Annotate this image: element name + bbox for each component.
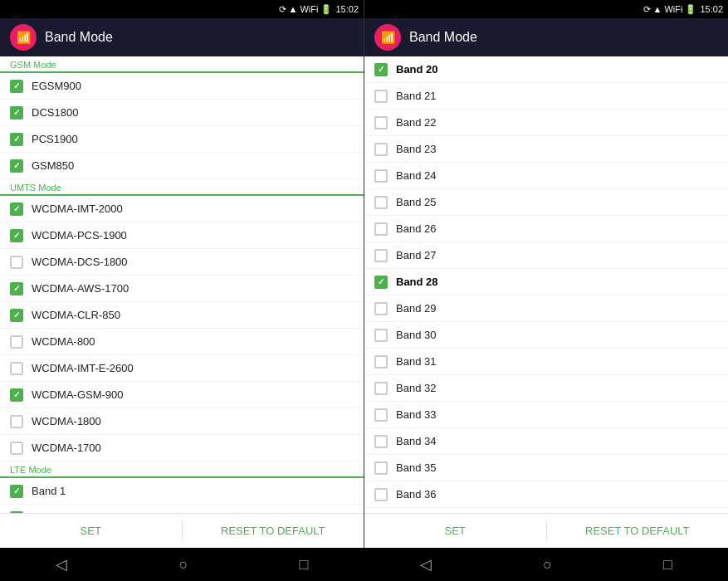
checkbox[interactable] <box>374 90 388 103</box>
list-item[interactable]: Band 21 <box>364 83 728 110</box>
checkbox[interactable] <box>10 159 23 173</box>
list-item[interactable]: WCDMA-800 <box>0 329 364 355</box>
checkbox[interactable] <box>374 196 388 209</box>
item-label: WCDMA-PCS-1900 <box>32 229 127 242</box>
list-item[interactable]: EGSM900 <box>0 73 364 100</box>
right-set-button[interactable]: SET <box>364 514 546 548</box>
left-set-button[interactable]: SET <box>0 514 182 548</box>
list-item[interactable]: Band 32 <box>364 375 728 402</box>
list-item[interactable]: Band 26 <box>364 216 728 242</box>
item-label: WCDMA-DCS-1800 <box>32 256 128 268</box>
checkbox[interactable] <box>10 388 23 402</box>
list-item[interactable]: Band 22 <box>364 110 728 136</box>
back-icon-right[interactable]: ◁ <box>420 555 432 574</box>
checkbox[interactable] <box>10 282 23 295</box>
checkbox[interactable] <box>374 143 388 156</box>
list-item[interactable]: WCDMA-AWS-1700 <box>0 276 364 302</box>
checkbox[interactable] <box>374 63 388 76</box>
checkbox[interactable] <box>374 329 388 342</box>
item-label: WCDMA-CLR-850 <box>32 309 120 321</box>
list-item[interactable]: Band 27 <box>364 242 728 269</box>
list-item[interactable]: Band 1 <box>0 478 364 505</box>
home-icon[interactable]: ○ <box>178 556 188 574</box>
list-item[interactable]: Band 35 <box>364 455 728 481</box>
checkbox[interactable] <box>374 408 388 422</box>
left-bottom-bar: SET Reset to default <box>0 513 364 548</box>
list-item[interactable]: Band 2 <box>0 505 364 513</box>
home-icon-right[interactable]: ○ <box>543 556 552 574</box>
checkbox[interactable] <box>10 362 23 375</box>
right-title-bar: 📶 Band Mode <box>364 18 728 56</box>
list-item[interactable]: Band 34 <box>364 428 728 455</box>
list-item[interactable]: WCDMA-PCS-1900 <box>0 222 364 249</box>
checkbox[interactable] <box>10 229 23 242</box>
list-item[interactable]: WCDMA-CLR-850 <box>0 302 364 329</box>
list-item[interactable]: WCDMA-DCS-1800 <box>0 249 364 276</box>
checkbox[interactable] <box>374 488 388 501</box>
list-item[interactable]: DCS1800 <box>0 100 364 126</box>
left-content[interactable]: GSM ModeEGSM900DCS1800PCS1900GSM850UMTS … <box>0 56 364 513</box>
list-item[interactable]: Band 33 <box>364 402 728 428</box>
left-status-icons: ⟳ ▲ WiFi 🔋 <box>279 4 333 15</box>
list-item[interactable]: Band 36 <box>364 481 728 508</box>
list-item[interactable]: Band 28 <box>364 269 728 295</box>
checkbox[interactable] <box>374 302 388 315</box>
checkbox[interactable] <box>374 116 388 129</box>
list-item[interactable]: Band 31 <box>364 349 728 375</box>
checkbox[interactable] <box>10 335 23 349</box>
list-item[interactable]: WCDMA-1700 <box>0 435 364 461</box>
list-item[interactable]: WCDMA-IMT-E-2600 <box>0 355 364 382</box>
item-label: GSM850 <box>32 159 74 172</box>
list-item[interactable]: Band 20 <box>364 56 728 83</box>
checkbox[interactable] <box>10 106 23 120</box>
right-reset-button[interactable]: Reset to default <box>547 514 729 548</box>
item-label: Band 1 <box>32 485 66 497</box>
list-item[interactable]: Band 23 <box>364 136 728 163</box>
checkbox[interactable] <box>374 382 388 395</box>
right-content[interactable]: Band 20Band 21Band 22Band 23Band 24Band … <box>364 56 728 513</box>
checkbox[interactable] <box>374 355 388 369</box>
checkbox[interactable] <box>10 133 23 146</box>
checkbox[interactable] <box>374 222 388 236</box>
list-item[interactable]: Band 24 <box>364 163 728 189</box>
list-item[interactable]: Band 29 <box>364 295 728 322</box>
left-title: Band Mode <box>45 30 113 45</box>
list-item[interactable]: WCDMA-1800 <box>0 408 364 435</box>
item-label: WCDMA-IMT-2000 <box>32 203 123 215</box>
checkbox[interactable] <box>10 80 23 93</box>
item-label: WCDMA-1800 <box>32 415 101 427</box>
checkbox[interactable] <box>374 461 388 475</box>
item-label: Band 36 <box>396 488 436 500</box>
right-screen: ⟳ ▲ WiFi 🔋 15:02 📶 Band Mode Band 20Band… <box>364 0 728 548</box>
list-item[interactable]: GSM850 <box>0 153 364 179</box>
list-item[interactable]: Band 25 <box>364 189 728 216</box>
right-app-icon: 📶 <box>374 24 401 51</box>
section-header-0: GSM Mode <box>0 56 364 71</box>
list-item[interactable]: Band 30 <box>364 322 728 349</box>
recents-icon[interactable]: □ <box>300 556 309 574</box>
item-label: Band 30 <box>396 329 436 341</box>
checkbox[interactable] <box>10 485 23 498</box>
left-app-icon: 📶 <box>10 24 37 51</box>
right-wifi-icon: WiFi <box>664 4 682 14</box>
checkbox[interactable] <box>374 435 388 448</box>
list-item[interactable]: WCDMA-GSM-900 <box>0 382 364 408</box>
right-rotate-icon: ⟳ <box>643 4 651 15</box>
checkbox[interactable] <box>374 169 388 183</box>
item-label: Band 26 <box>396 222 436 235</box>
checkbox[interactable] <box>10 256 23 269</box>
back-icon[interactable]: ◁ <box>56 555 67 574</box>
item-label: WCDMA-IMT-E-2600 <box>32 362 134 374</box>
left-reset-button[interactable]: Reset to default <box>183 514 364 548</box>
checkbox[interactable] <box>374 276 388 289</box>
checkbox[interactable] <box>374 249 388 262</box>
checkbox[interactable] <box>10 203 23 216</box>
list-item[interactable]: PCS1900 <box>0 126 364 153</box>
list-item[interactable]: WCDMA-IMT-2000 <box>0 196 364 222</box>
checkbox[interactable] <box>10 415 23 428</box>
recents-icon-right[interactable]: □ <box>663 556 672 574</box>
right-time: 15:02 <box>700 4 723 14</box>
checkbox[interactable] <box>10 442 23 455</box>
checkbox[interactable] <box>10 309 23 322</box>
section-header-2: LTE Mode <box>0 461 364 476</box>
